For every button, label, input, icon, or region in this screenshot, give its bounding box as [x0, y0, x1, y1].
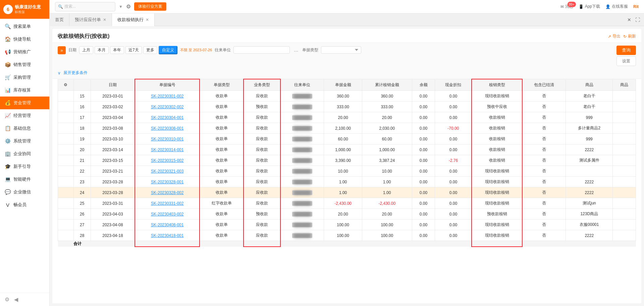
more-filters-icon[interactable]: ...	[292, 47, 300, 53]
sidebar-item-marketing[interactable]: 📢 营销推广	[0, 46, 49, 58]
dropdown-arrow-icon[interactable]: ▼	[119, 4, 123, 9]
cell-balance: 0.00	[412, 209, 435, 220]
cell-partner: ██████	[280, 166, 324, 177]
cell-include-settled: 否	[522, 198, 566, 209]
cell-verify-type: 现结收款核销	[472, 187, 522, 198]
data-table: ⚙ 日期 单据编号 单据类型 业务类型 往来单位 单据金额 累计核销金额 余额 …	[58, 79, 636, 247]
last-7days-button[interactable]: 近7天	[125, 46, 142, 54]
message-count-badge: 99+	[568, 2, 576, 7]
close-tab-icon[interactable]: ✕	[626, 16, 633, 24]
cell-include-settled: 否	[522, 177, 566, 187]
industry-solution-button[interactable]: 体验行业方案	[134, 2, 166, 11]
sidebar-item-hardware[interactable]: 💻 智能硬件	[0, 173, 49, 186]
cell-verified: 1.00	[362, 187, 412, 198]
cell-doc-no[interactable]: SK-20230314-001	[135, 144, 200, 155]
this-month-button[interactable]: 本月	[95, 46, 109, 54]
cell-goods2	[613, 144, 636, 155]
tab-collection[interactable]: 收款核销执行 ✕	[112, 13, 155, 26]
cell-doc-no[interactable]: SK-20230308-001	[135, 123, 200, 134]
refresh-button[interactable]: ↻ 刷新	[623, 34, 636, 39]
cell-seq: 19	[73, 134, 91, 144]
cell-doc-no[interactable]: SK-20230328-001	[135, 177, 200, 187]
export-label: 导出	[612, 34, 621, 39]
footer-amount	[324, 241, 362, 247]
sidebar-item-finance[interactable]: 💰 资金管理	[0, 97, 49, 109]
sidebar-item-purchase[interactable]: 🛒 采购管理	[0, 71, 49, 84]
cell-doc-no[interactable]: SK-20230310-001	[135, 134, 200, 144]
sidebar-item-sales[interactable]: 📦 销售管理	[0, 58, 49, 71]
sidebar-item-enterprise[interactable]: 🏢 企业协同	[0, 147, 49, 160]
filter-bar: » 日期 上月 本月 本年 近7天 更多 自定义 不限 至 2023-07-26…	[52, 43, 641, 79]
expand-more-row[interactable]: ∨ 展开更多条件	[58, 70, 636, 76]
collapse-icon[interactable]: ◀	[14, 296, 18, 303]
sidebar-item-member[interactable]: V 畅会员	[0, 198, 49, 211]
table-row: 232023-03-28SK-20230328-001收款单应收款██████1…	[58, 177, 636, 187]
cell-doc-no[interactable]: SK-20230301-002	[135, 91, 200, 102]
gear-icon[interactable]: ⚙	[126, 3, 131, 10]
cell-verify-type: 收款核销	[472, 155, 522, 166]
close-collection-tab-icon[interactable]: ✕	[146, 17, 149, 22]
partner-input[interactable]	[233, 46, 290, 54]
cell-balance: 0.00	[412, 177, 435, 187]
cell-biz-type: 应收款	[244, 187, 280, 198]
cell-balance: 0.00	[412, 102, 435, 112]
sidebar-item-basic[interactable]: 📋 基础信息	[0, 122, 49, 135]
col-partner: 往来单位	[280, 79, 324, 91]
cell-balance: 0.00	[412, 144, 435, 155]
topbar-search[interactable]: 🔍 搜索...	[55, 2, 115, 11]
last-month-button[interactable]: 上月	[79, 46, 93, 54]
sidebar-item-search[interactable]: 🔍 搜索菜单	[0, 20, 49, 33]
date-quick-filters: 上月 本月 本年 近7天 更多 自定义	[79, 46, 177, 54]
sidebar-item-wechat[interactable]: 💬 企业微信	[0, 186, 49, 198]
more-date-button[interactable]: 更多	[143, 46, 157, 54]
col-biz-type: 业务类型	[244, 79, 280, 91]
messages-button[interactable]: ✉ 消息 99+	[560, 4, 573, 9]
sidebar-item-quick-nav[interactable]: 🏠 快捷导航	[0, 33, 49, 46]
maximize-icon[interactable]: ⛶	[634, 16, 641, 24]
tab-prepay[interactable]: 预计应应付单 ✕	[69, 13, 112, 26]
this-year-button[interactable]: 本年	[110, 46, 124, 54]
setting-button[interactable]: 设置	[616, 56, 636, 66]
sidebar-item-operation[interactable]: 📈 经营管理	[0, 109, 49, 122]
sidebar-item-system[interactable]: ⚙️ 系统管理	[0, 135, 49, 147]
cell-select	[58, 166, 74, 177]
cell-date: 2023-03-28	[91, 177, 135, 187]
cell-verify-type: 收款核销	[472, 144, 522, 155]
cell-doc-no[interactable]: SK-20230302-002	[135, 102, 200, 112]
cell-doc-no[interactable]: SK-20230328-002	[135, 187, 200, 198]
cell-doc-no[interactable]: SK-20230304-001	[135, 112, 200, 123]
cell-doc-no[interactable]: SK-20230331-002	[135, 198, 200, 209]
cell-verified: 10.00	[362, 166, 412, 177]
cell-seq: 16	[73, 102, 91, 112]
table-row: 172023-03-04SK-20230304-001收款单应收款██████2…	[58, 112, 636, 123]
custom-date-button[interactable]: 自定义	[159, 46, 177, 54]
footer-partner	[280, 241, 324, 247]
sidebar-item-guide[interactable]: 🎓 新手引导	[0, 160, 49, 173]
cell-include-settled: 否	[522, 134, 566, 144]
footer-goods2	[613, 241, 636, 247]
cell-doc-no[interactable]: SK-20230315-002	[135, 155, 200, 166]
cell-date: 2023-03-02	[91, 102, 135, 112]
cell-doc-no[interactable]: SK-20230321-003	[135, 166, 200, 177]
filter-expand-button[interactable]: »	[58, 46, 66, 54]
cell-goods2	[613, 102, 636, 112]
sidebar-item-inventory[interactable]: 📊 库存核算	[0, 84, 49, 97]
footer-include-settled	[522, 241, 566, 247]
tab-home[interactable]: 首页	[50, 13, 69, 26]
doc-type-select[interactable]	[321, 46, 361, 54]
sidebar-item-label: 营销推广	[13, 49, 31, 55]
cell-doc-no[interactable]: SK-20230403-002	[135, 209, 200, 220]
app-download-button[interactable]: 📱 App下载	[579, 4, 600, 9]
cell-goods2	[613, 112, 636, 123]
settings-icon[interactable]: ⚙	[5, 296, 9, 303]
cell-doc-no[interactable]: SK-20230418-001	[135, 230, 200, 241]
logo-title: 畅康道好生意	[15, 4, 41, 10]
cell-goods2	[613, 220, 636, 230]
col-gear[interactable]: ⚙	[58, 79, 74, 91]
cell-doc-no[interactable]: SK-20230408-001	[135, 220, 200, 230]
close-prepay-tab-icon[interactable]: ✕	[103, 17, 106, 22]
online-service-button[interactable]: 👤 在线客服	[605, 4, 628, 9]
user-avatar[interactable]: Rit	[633, 4, 639, 9]
query-button[interactable]: 查询	[616, 46, 636, 55]
export-button[interactable]: ↗ 导出	[608, 34, 621, 39]
